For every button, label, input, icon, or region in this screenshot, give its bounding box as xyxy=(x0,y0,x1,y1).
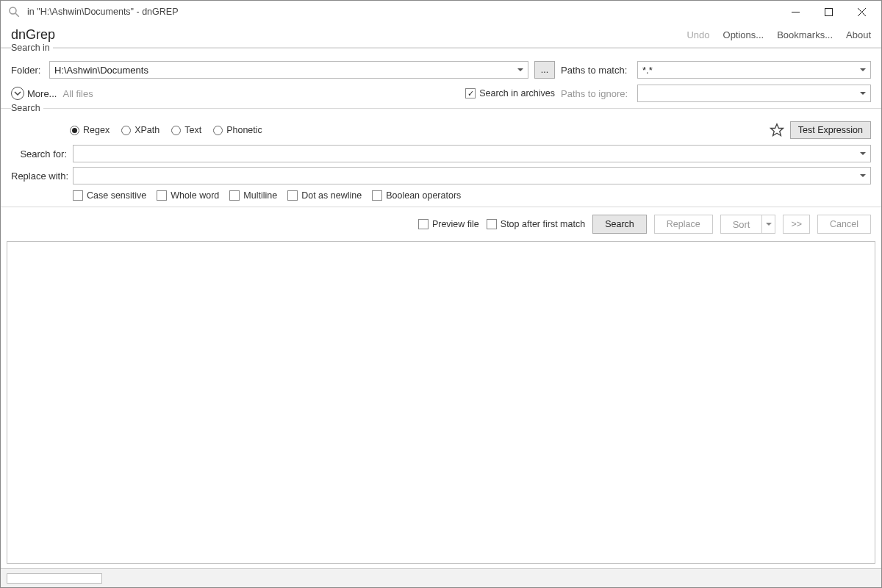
replace-with-input[interactable] xyxy=(73,167,871,184)
folder-value: H:\Ashwin\Documents xyxy=(54,65,148,76)
radio-regex[interactable]: Regex xyxy=(70,125,110,135)
checkbox-icon xyxy=(73,190,83,201)
paths-ignore-label: Paths to ignore: xyxy=(561,88,631,99)
menu-about[interactable]: About xyxy=(846,29,871,40)
chevron-down-icon[interactable] xyxy=(761,215,775,233)
search-label: Search xyxy=(11,103,43,113)
folder-label: Folder: xyxy=(11,65,43,76)
window-controls xyxy=(779,1,878,23)
checkbox-icon xyxy=(287,190,298,201)
search-for-label: Search for: xyxy=(11,148,67,159)
search-group: Search Regex XPath Text Phonetic Test Ex… xyxy=(1,108,881,207)
progress-bar xyxy=(7,573,102,584)
svg-point-0 xyxy=(10,7,16,14)
cancel-button[interactable]: Cancel xyxy=(817,215,871,234)
checkbox-icon xyxy=(157,190,167,201)
search-in-group: Search in Folder: H:\Ashwin\Documents ..… xyxy=(1,48,881,108)
chk-dot-as-newline[interactable]: Dot as newline xyxy=(287,190,362,201)
replace-with-label: Replace with: xyxy=(11,171,67,182)
radio-phonetic[interactable]: Phonetic xyxy=(213,125,262,135)
radio-icon xyxy=(213,126,223,135)
chk-stop-after-first[interactable]: Stop after first match xyxy=(487,219,585,229)
search-in-label: Search in xyxy=(11,43,53,53)
replace-button[interactable]: Replace xyxy=(654,215,713,234)
chk-preview-file[interactable]: Preview file xyxy=(418,219,479,229)
window-title: in "H:\Ashwin\Documents" - dnGREP xyxy=(27,7,779,17)
menu-undo[interactable]: Undo xyxy=(686,29,709,40)
menu-bookmarks[interactable]: Bookmarks... xyxy=(777,29,833,40)
chevron-down-icon xyxy=(11,87,24,100)
paths-match-combo[interactable]: *.* xyxy=(637,61,871,79)
radio-icon xyxy=(70,126,79,135)
close-button[interactable] xyxy=(845,1,878,23)
all-files-label: All files xyxy=(62,88,93,99)
more-label: More... xyxy=(27,88,57,99)
checkbox-icon xyxy=(418,219,429,229)
radio-icon xyxy=(171,126,181,135)
paths-match-value: *.* xyxy=(642,65,653,76)
svg-rect-3 xyxy=(825,8,833,15)
menu-options[interactable]: Options... xyxy=(723,29,764,40)
app-icon xyxy=(7,4,21,19)
chk-whole-word[interactable]: Whole word xyxy=(157,190,219,201)
svg-line-1 xyxy=(15,13,19,17)
paths-match-label: Paths to match: xyxy=(561,65,631,76)
checkbox-icon xyxy=(229,190,240,201)
checkbox-icon xyxy=(465,88,476,98)
svg-marker-6 xyxy=(770,124,783,136)
expand-button[interactable]: >> xyxy=(783,215,810,234)
menu-bar: dnGrep Undo Options... Bookmarks... Abou… xyxy=(1,23,881,48)
search-archives-checkbox[interactable]: Search in archives xyxy=(465,88,555,98)
minimize-button[interactable] xyxy=(779,1,812,23)
paths-ignore-combo[interactable] xyxy=(637,85,871,102)
chk-case-sensitive[interactable]: Case sensitive xyxy=(73,190,146,201)
status-bar xyxy=(1,568,881,587)
sort-button[interactable]: Sort xyxy=(720,215,776,234)
radio-xpath[interactable]: XPath xyxy=(121,125,159,135)
checkbox-icon xyxy=(372,190,382,201)
app-name: dnGrep xyxy=(11,27,55,43)
radio-icon xyxy=(121,126,131,135)
maximize-button[interactable] xyxy=(812,1,845,23)
checkbox-icon xyxy=(487,219,497,229)
chk-boolean-operators[interactable]: Boolean operators xyxy=(372,190,461,201)
browse-button[interactable]: ... xyxy=(534,61,555,79)
more-toggle[interactable]: More... xyxy=(11,87,57,100)
results-pane[interactable] xyxy=(7,241,875,564)
radio-text[interactable]: Text xyxy=(171,125,201,135)
test-expression-button[interactable]: Test Expression xyxy=(790,121,871,139)
title-bar: in "H:\Ashwin\Documents" - dnGREP xyxy=(1,1,881,23)
action-bar: Preview file Stop after first match Sear… xyxy=(1,207,881,241)
star-icon[interactable] xyxy=(770,123,784,137)
folder-combo[interactable]: H:\Ashwin\Documents xyxy=(49,61,528,79)
search-for-input[interactable] xyxy=(73,145,871,162)
search-button[interactable]: Search xyxy=(592,215,647,234)
chk-multiline[interactable]: Multiline xyxy=(229,190,277,201)
